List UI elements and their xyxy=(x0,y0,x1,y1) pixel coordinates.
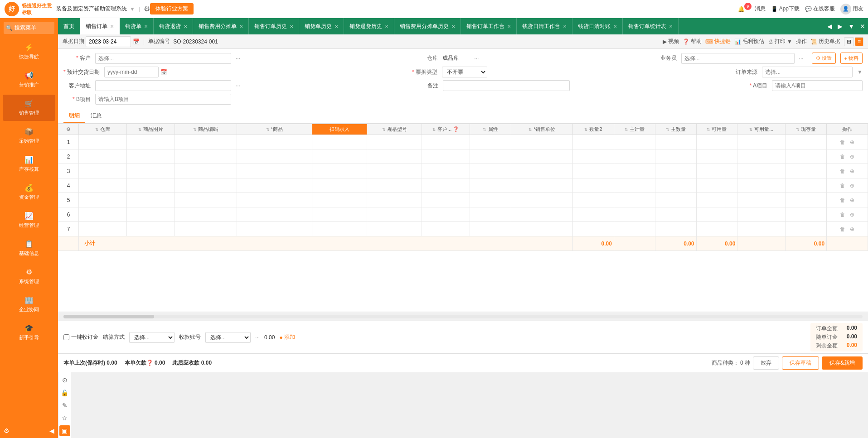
save-draft-button[interactable]: 保存草稿 xyxy=(782,356,819,370)
row-1-code[interactable] xyxy=(175,135,237,149)
row-1-qty2[interactable] xyxy=(573,135,614,149)
row-4-copy-button[interactable]: ⊕ xyxy=(849,182,856,189)
shortcut-button[interactable]: ⌨ 快捷键 xyxy=(705,38,731,45)
right-panel-icon-3[interactable]: ✎ xyxy=(59,400,70,411)
right-panel-icon-2[interactable]: 🔒 xyxy=(59,387,70,398)
scrollbar-thumb[interactable] xyxy=(63,315,154,318)
col-warehouse[interactable]: ⇅ 仓库 xyxy=(79,124,127,135)
tab-sales-invoice[interactable]: 销货单 ✕ xyxy=(120,18,154,34)
row-2-spec[interactable] xyxy=(367,149,422,164)
row-2-current[interactable] xyxy=(786,149,827,164)
row-2-main-unit[interactable] xyxy=(614,149,655,164)
sidebar-item-sales[interactable]: 🛒 销售管理 xyxy=(3,95,55,121)
search-menu-button[interactable]: 🔍 搜索菜单 xyxy=(4,22,54,34)
col-scan[interactable]: 扫码录入 xyxy=(312,124,367,135)
close-tab-order-workbench[interactable]: ✕ xyxy=(507,24,511,29)
tab-summary[interactable]: 汇总 xyxy=(85,109,107,123)
add-payment-button[interactable]: ● 添加 xyxy=(279,333,295,341)
tab-sales-return[interactable]: 销货退货 ✕ xyxy=(154,18,193,34)
tab-detail[interactable]: 明细 xyxy=(63,109,85,123)
profit-button[interactable]: 📊 毛利预估 xyxy=(734,38,764,45)
col-available-qty2[interactable]: ⇅ 可用量... xyxy=(737,124,786,135)
row-3-copy-button[interactable]: ⊕ xyxy=(849,168,856,175)
payment-more-icon[interactable]: ··· xyxy=(255,334,260,341)
right-panel-icon-4[interactable]: ☆ xyxy=(59,413,70,424)
remark-input[interactable] xyxy=(443,80,570,91)
row-5-delete-button[interactable]: 🗑 xyxy=(839,197,847,204)
row-1-product[interactable] xyxy=(237,135,312,149)
row-1-available[interactable] xyxy=(696,135,737,149)
row-1-sales-unit[interactable] xyxy=(511,135,572,149)
tab-order-workbench[interactable]: 销售订单工作台 ✕ xyxy=(461,18,517,34)
delivery-date-input[interactable] xyxy=(104,67,159,77)
tab-sales-order-history[interactable]: 销售订单历史 ✕ xyxy=(249,18,299,34)
close-tab-daily-reconcile[interactable]: ✕ xyxy=(613,24,617,29)
list-view-button[interactable]: ≡ xyxy=(855,37,863,46)
col-main-unit[interactable]: ⇅ 主计量 xyxy=(614,124,655,135)
row-2-available[interactable] xyxy=(696,149,737,164)
tab-sales-expense[interactable]: 销售费用分摊单 ✕ xyxy=(193,18,249,34)
column-settings-icon[interactable]: ⚙ xyxy=(65,126,72,133)
one-click-checkbox[interactable] xyxy=(63,334,69,340)
print-dropdown-icon[interactable]: ▼ xyxy=(787,39,792,45)
delivery-calendar-icon[interactable]: 📅 xyxy=(160,69,167,75)
sidebar-item-marketing[interactable]: 📢 营销推广 xyxy=(3,67,55,93)
col-customer-attr[interactable]: ⇅ 客户... ❓ xyxy=(422,124,470,135)
row-2-warehouse[interactable] xyxy=(79,149,127,164)
sidebar-item-inventory[interactable]: 📊 库存核算 xyxy=(3,151,55,177)
row-2-delete-button[interactable]: 🗑 xyxy=(839,153,847,160)
order-source-dropdown-icon[interactable]: ▼ xyxy=(857,69,863,75)
sidebar-item-new-guide[interactable]: 🎓 新手引导 xyxy=(3,319,55,346)
row-6-copy-button[interactable]: ⊕ xyxy=(849,211,856,218)
close-tab-return-history[interactable]: ✕ xyxy=(385,24,388,29)
save-new-button[interactable]: 保存&新增 xyxy=(822,356,863,370)
online-service-button[interactable]: 💬 在线客服 xyxy=(805,5,835,13)
row-5-copy-button[interactable]: ⊕ xyxy=(849,197,856,204)
row-2-product[interactable] xyxy=(237,149,312,164)
add-product-button[interactable]: + 物料 xyxy=(840,53,863,64)
close-tab-daily-workbench[interactable]: ✕ xyxy=(563,24,567,29)
one-click-settlement-checkbox[interactable]: 一键收订金 xyxy=(63,333,98,341)
tab-home[interactable]: 首页 xyxy=(58,18,80,34)
close-tab-invoice-history[interactable]: ✕ xyxy=(335,24,338,29)
row-2-scan[interactable] xyxy=(312,149,367,164)
row-1-main-unit[interactable] xyxy=(614,135,655,149)
col-product-image[interactable]: ⇅ 商品图片 xyxy=(127,124,175,135)
tab-prev-arrow[interactable]: ◀ xyxy=(824,23,835,30)
settings-gear-icon[interactable]: ⚙ xyxy=(144,5,150,13)
tab-expense-history[interactable]: 销售费用分摊单历史 ✕ xyxy=(394,18,461,34)
row-2-qty2[interactable] xyxy=(573,149,614,164)
row-1-main-qty[interactable] xyxy=(655,135,696,149)
right-panel-icon-5[interactable]: ▣ xyxy=(59,425,70,436)
close-tab-sales-order[interactable]: ✕ xyxy=(110,24,114,29)
salesman-more-icon[interactable]: ··· xyxy=(799,55,804,62)
col-current-stock[interactable]: ⇅ 现存量 xyxy=(786,124,827,135)
row-3-delete-button[interactable]: 🗑 xyxy=(839,168,847,175)
row-2-available2[interactable] xyxy=(737,149,786,164)
row-1-scan[interactable] xyxy=(312,135,367,149)
tab-next-arrow[interactable]: ▶ xyxy=(835,23,845,30)
close-tab-sales-invoice[interactable]: ✕ xyxy=(144,24,148,29)
sidebar-item-capital[interactable]: 💰 资金管理 xyxy=(3,179,55,205)
app-download-button[interactable]: 📱 App下载 xyxy=(771,5,800,13)
sidebar-item-basic-info[interactable]: 📋 基础信息 xyxy=(3,235,55,261)
customer-more-icon[interactable]: ··· xyxy=(236,55,240,62)
row-6-delete-button[interactable]: 🗑 xyxy=(839,211,847,218)
settings-button[interactable]: ⚙ 设置 xyxy=(812,53,836,64)
row-2-image[interactable] xyxy=(127,149,175,164)
close-tab-sales-return[interactable]: ✕ xyxy=(184,24,187,29)
right-panel-icon-1[interactable]: ⊙ xyxy=(59,375,70,385)
row-2-customer-attr[interactable] xyxy=(422,149,470,164)
row-4-delete-button[interactable]: 🗑 xyxy=(839,182,847,189)
row-1-current[interactable] xyxy=(786,135,827,149)
sidebar-item-system[interactable]: ⚙ 系统管理 xyxy=(3,263,55,289)
operate-button[interactable]: 操作 xyxy=(796,38,807,45)
row-1-image[interactable] xyxy=(127,135,175,149)
close-tab-sales-order-history[interactable]: ✕ xyxy=(290,24,293,29)
a-project-input[interactable] xyxy=(772,80,863,91)
sidebar-item-enterprise[interactable]: 🏢 企业协同 xyxy=(3,291,55,318)
calendar-icon[interactable]: 📅 xyxy=(133,39,140,45)
invoice-select[interactable]: 不开票 xyxy=(442,67,487,77)
settlement-method-select[interactable]: 选择... xyxy=(129,332,175,343)
tab-daily-reconcile[interactable]: 钱货日清对账 ✕ xyxy=(572,18,623,34)
